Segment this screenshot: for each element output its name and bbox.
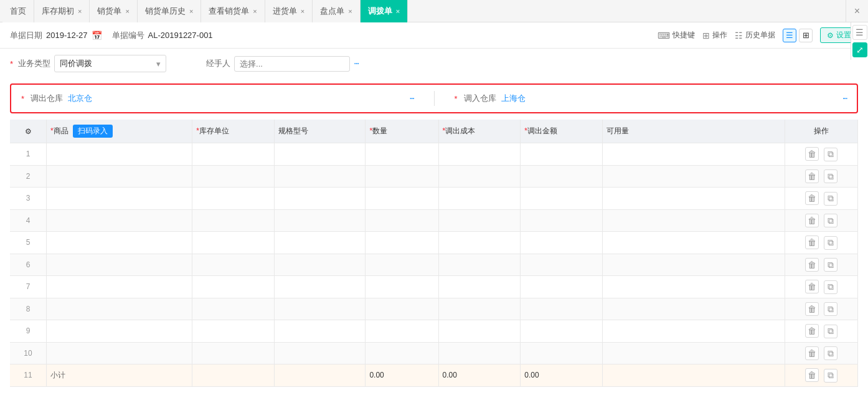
sidebar-list-icon[interactable]: ☰ [852, 25, 867, 40]
copy-icon[interactable]: ⧉ [824, 346, 837, 360]
delete-icon[interactable]: 🗑 [805, 324, 819, 338]
spec-cell[interactable] [275, 254, 366, 276]
spec-cell[interactable] [275, 143, 366, 166]
grid-view-toggle[interactable]: ⊞ [799, 29, 813, 42]
amount-cell[interactable] [521, 320, 603, 343]
spec-cell[interactable] [275, 320, 366, 343]
warehouse-out-more-icon[interactable]: ··· [409, 93, 413, 104]
delete-icon[interactable]: 🗑 [805, 214, 819, 227]
cost-cell[interactable] [438, 143, 521, 166]
product-cell[interactable] [47, 298, 192, 320]
spec-cell[interactable] [275, 276, 366, 298]
qty-cell[interactable] [366, 320, 438, 343]
spec-cell[interactable] [275, 232, 366, 254]
unit-cell[interactable] [192, 254, 275, 276]
cost-cell[interactable] [438, 232, 521, 254]
product-cell[interactable] [47, 165, 192, 188]
unit-cell[interactable] [192, 143, 275, 166]
qty-cell[interactable] [366, 165, 438, 188]
qty-cell[interactable] [366, 254, 438, 276]
cost-cell[interactable] [438, 276, 521, 298]
spec-cell[interactable] [275, 298, 366, 320]
cost-cell[interactable] [438, 165, 521, 188]
cost-cell[interactable] [438, 298, 521, 320]
product-cell[interactable] [47, 342, 192, 364]
product-cell[interactable] [47, 209, 192, 232]
delete-icon[interactable]: 🗑 [805, 302, 819, 316]
unit-cell[interactable] [192, 188, 275, 210]
cost-cell[interactable] [438, 320, 521, 343]
delete-icon[interactable]: 🗑 [805, 280, 819, 293]
spec-cell[interactable] [275, 188, 366, 210]
product-cell[interactable] [47, 188, 192, 210]
delete-icon[interactable]: 🗑 [805, 169, 819, 183]
amount-cell[interactable] [521, 276, 603, 298]
gear-icon[interactable]: ⚙ [25, 127, 32, 136]
unit-cell[interactable] [192, 320, 275, 343]
copy-icon[interactable]: ⧉ [824, 258, 837, 272]
amount-cell[interactable] [521, 342, 603, 364]
tab-purchase[interactable]: 进货单 × [265, 0, 313, 22]
tab-close-transfer-order[interactable]: × [396, 7, 400, 15]
spec-cell[interactable] [275, 165, 366, 188]
spec-cell[interactable] [275, 342, 366, 364]
cost-cell[interactable] [438, 342, 521, 364]
operations-button[interactable]: ⊞ 操作 [702, 30, 727, 40]
delete-icon[interactable]: 🗑 [805, 368, 819, 382]
copy-icon[interactable]: ⧉ [824, 369, 837, 383]
product-cell[interactable] [47, 232, 192, 254]
history-button[interactable]: ☷ 历史单据 [735, 30, 775, 40]
tab-close-sales-order[interactable]: × [125, 7, 129, 15]
cost-cell[interactable] [438, 254, 521, 276]
calendar-icon[interactable]: 📅 [92, 31, 102, 40]
qty-cell[interactable] [366, 188, 438, 210]
copy-icon[interactable]: ⧉ [824, 236, 837, 250]
tab-close-purchase[interactable]: × [301, 7, 304, 15]
tab-sales-history[interactable]: 销货单历史 × [138, 0, 201, 22]
delete-icon[interactable]: 🗑 [805, 147, 819, 161]
unit-cell[interactable] [192, 276, 275, 298]
copy-icon[interactable]: ⧉ [824, 214, 837, 227]
tab-sales-order[interactable]: 销货单 × [90, 0, 137, 22]
copy-icon[interactable]: ⧉ [824, 325, 837, 338]
amount-cell[interactable] [521, 209, 603, 232]
qty-cell[interactable] [366, 342, 438, 364]
amount-cell[interactable] [521, 232, 603, 254]
scan-input-button[interactable]: 扫码录入 [73, 125, 113, 138]
warehouse-in-more-icon[interactable]: ··· [842, 93, 847, 104]
window-close-button[interactable]: × [846, 0, 868, 22]
product-cell[interactable] [47, 276, 192, 298]
tab-transfer-order[interactable]: 调拨单 × [361, 0, 408, 22]
cost-cell[interactable] [438, 188, 521, 210]
qty-cell[interactable] [366, 209, 438, 232]
sidebar-expand-icon[interactable]: ⤢ [852, 42, 867, 57]
tab-close-view-sales[interactable]: × [253, 7, 257, 15]
tab-close-sales-history[interactable]: × [189, 7, 193, 15]
copy-icon[interactable]: ⧉ [824, 192, 837, 206]
unit-cell[interactable] [192, 298, 275, 320]
delete-icon[interactable]: 🗑 [805, 191, 819, 205]
tab-close-inventory-check[interactable]: × [348, 7, 352, 15]
copy-icon[interactable]: ⧉ [824, 280, 837, 294]
spec-cell[interactable] [275, 209, 366, 232]
tab-close-inventory-init[interactable]: × [78, 7, 82, 15]
amount-cell[interactable] [521, 298, 603, 320]
product-cell[interactable] [47, 254, 192, 276]
qty-cell[interactable] [366, 232, 438, 254]
amount-cell[interactable] [521, 188, 603, 210]
delete-icon[interactable]: 🗑 [805, 346, 819, 360]
product-cell[interactable] [47, 143, 192, 166]
list-view-toggle[interactable]: ☰ [783, 29, 796, 42]
tab-view-sales[interactable]: 查看销货单 × [201, 0, 265, 22]
qty-cell[interactable] [366, 276, 438, 298]
copy-icon[interactable]: ⧉ [824, 148, 837, 161]
amount-cell[interactable] [521, 254, 603, 276]
product-cell[interactable] [47, 320, 192, 343]
cost-cell[interactable] [438, 209, 521, 232]
unit-cell[interactable] [192, 209, 275, 232]
operator-input[interactable] [234, 56, 350, 72]
operator-more-icon[interactable]: ··· [354, 58, 358, 69]
unit-cell[interactable] [192, 165, 275, 188]
tab-inventory-check[interactable]: 盘点单 × [313, 0, 360, 22]
amount-cell[interactable] [521, 143, 603, 166]
